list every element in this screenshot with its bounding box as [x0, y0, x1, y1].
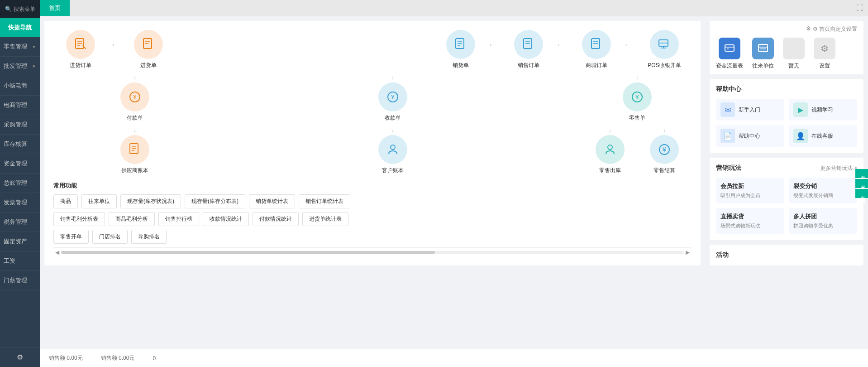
sidebar-item-retail[interactable]: 零售管理 ▼: [0, 37, 40, 57]
fullscreen-icon: ⛶: [856, 4, 863, 12]
func-btn-sales-rank[interactable]: 销售排行榜: [158, 212, 199, 226]
help-item-video[interactable]: ▶ 视频学习: [789, 99, 857, 121]
flow-circle-receive[interactable]: ¥: [378, 82, 407, 111]
func-btn-receipt-stats[interactable]: 收款情况统计: [203, 212, 249, 226]
help-item-beginner[interactable]: ✉ 新手入门: [716, 99, 784, 121]
tab-home[interactable]: 首页: [40, 0, 70, 16]
func-btn-sales-stats[interactable]: 销货单统计表: [249, 194, 295, 208]
help-item-help[interactable]: 📄 帮助中心: [716, 125, 784, 147]
func-btn-payment-stats[interactable]: 付款情况统计: [253, 212, 299, 226]
qa-item-counterpart[interactable]: 往来单位: [752, 38, 774, 70]
func-btn-sales-order-stats[interactable]: 销售订单统计表: [299, 194, 350, 208]
stat-2: 销售额 0.00元: [101, 354, 135, 362]
sidebar-item-ecommerce-label: 电商管理: [4, 101, 27, 109]
qa-icon-cashflow: [719, 38, 740, 59]
flow-circle-retail[interactable]: ¥: [623, 82, 652, 111]
sidebar-search[interactable]: 🔍 搜索菜单: [0, 0, 40, 18]
flow-label-retail-settle: 零售结算: [653, 167, 675, 174]
mkt-item-group[interactable]: 多人拼团 拼团购物享受优惠: [789, 208, 857, 234]
bottom-stats: 销售额 0.00元 销售额 0.00元 0: [40, 349, 868, 367]
svg-text:¥: ¥: [133, 93, 137, 101]
expand-icon[interactable]: ⛶: [852, 4, 868, 12]
mkt-item-live-desc: 场景式购物新玩法: [720, 222, 780, 229]
float-btn-community[interactable]: 服务社区: [855, 179, 868, 188]
flow-circle-supplier[interactable]: [120, 135, 149, 164]
common-functions: 常用功能 商品 往来单位 现存量(库存状况表) 现存量(库存分布表) 销货单统计…: [53, 182, 692, 244]
sidebar-item-ecommerce[interactable]: 电商管理: [0, 96, 40, 115]
float-buttons: 客服热线 服务社区 桌面快捷: [855, 169, 868, 198]
func-btn-goods-profit[interactable]: 商品毛利分析: [109, 212, 155, 226]
chevron-down-icon: ▼: [32, 64, 36, 69]
gear-icon-settings: ⚙: [806, 25, 811, 33]
settings-icon-button[interactable]: ⚙: [0, 347, 40, 367]
mkt-more-button[interactable]: 更多营销玩法 >: [820, 164, 857, 172]
flow-node-purchase[interactable]: 进货单: [121, 30, 176, 69]
func-btn-sales-profit[interactable]: 销售毛利分析表: [53, 212, 105, 226]
func-btn-stock1[interactable]: 现存量(库存状况表): [120, 194, 181, 208]
sidebar-item-assets[interactable]: 固定资产: [0, 232, 40, 251]
sidebar-item-door[interactable]: 门薪管理: [0, 271, 40, 290]
mkt-item-fission[interactable]: 裂变分销 裂变式发展分销商: [789, 178, 857, 203]
flow-node-pos[interactable]: POS收银开单: [637, 30, 692, 69]
func-btn-purchase-stats[interactable]: 进货单统计表: [302, 212, 348, 226]
help-card: 帮助中心 ✉ 新手入门 ▶ 视频学习 📄 帮助中心 👤: [710, 79, 863, 153]
flow-node-mall-order[interactable]: 商城订单: [569, 30, 624, 69]
flow-node-sales[interactable]: 销货单: [434, 30, 488, 69]
arrow-down-supplier: ↓: [134, 126, 137, 133]
func-btn-store-rank[interactable]: 门店排名: [92, 230, 128, 244]
flow-label-supplier: 供应商账本: [121, 167, 148, 174]
sidebar-item-tax-label: 税务管理: [4, 218, 27, 226]
scroll-left-arrow[interactable]: ◀: [55, 249, 59, 256]
flow-arrow-left-1: ←: [488, 40, 501, 50]
scroll-right-arrow[interactable]: ▶: [686, 249, 690, 256]
qa-item-empty[interactable]: 暂无: [783, 38, 805, 70]
flow-label-purchase-order: 进货订单: [70, 62, 91, 69]
qa-label-settings: 设置: [819, 62, 830, 70]
mkt-item-live[interactable]: 直播卖货 场景式购物新玩法: [716, 208, 784, 234]
help-item-service[interactable]: 👤 在线客服: [789, 125, 857, 147]
mkt-item-member[interactable]: 会员拉新 吸引用户成为会员: [716, 178, 784, 203]
flow-label-purchase: 进货单: [140, 62, 157, 69]
flow-node-purchase-order[interactable]: 进货订单: [53, 30, 108, 69]
func-btn-retail-order[interactable]: 零售开单: [53, 230, 89, 244]
content-area: 进货订单 → 进货单: [40, 16, 868, 349]
arrow-down-retail-out: ↓: [609, 126, 612, 133]
sidebar-item-invoice[interactable]: 发票管理: [0, 193, 40, 212]
flow-label-customer: 客户账本: [382, 167, 404, 174]
flow-circle-pay[interactable]: ¥: [120, 82, 149, 111]
scroll-track[interactable]: [61, 251, 684, 254]
flow-row-1: 进货订单 → 进货单: [53, 30, 692, 69]
mkt-title: 营销玩法: [716, 164, 741, 172]
svg-rect-38: [758, 44, 768, 52]
activity-card: 活动: [710, 245, 863, 266]
float-btn-desktop[interactable]: 桌面快捷: [855, 189, 868, 198]
sidebar-item-inventory[interactable]: 库存核算: [0, 135, 40, 154]
flow-node-sales-order[interactable]: 销售订单: [501, 30, 556, 69]
func-btn-goods[interactable]: 商品: [53, 194, 78, 208]
sidebar-item-ecommerce-small[interactable]: 小畅电商: [0, 76, 40, 96]
float-btn-service[interactable]: 客服热线: [855, 169, 868, 178]
sidebar-item-active[interactable]: 快捷导航: [0, 18, 40, 37]
flow-circle-customer[interactable]: [378, 135, 407, 164]
sidebar-item-assets-label: 固定资产: [4, 237, 27, 246]
func-btn-stock2[interactable]: 现存量(库存分布表): [185, 194, 245, 208]
flow-col-receive: ↓ ¥ 收款单: [162, 74, 583, 122]
sidebar-item-salary[interactable]: 工资: [0, 251, 40, 271]
func-btn-guide-rank[interactable]: 导购排名: [131, 230, 167, 244]
arrow-down-receive: ↓: [391, 74, 395, 81]
qa-item-cashflow[interactable]: 资金流量表: [716, 38, 743, 70]
flow-circle-retail-out[interactable]: [596, 135, 625, 164]
sidebar-item-tax[interactable]: 税务管理: [0, 212, 40, 232]
sidebar-item-wholesale[interactable]: 批发管理 ▼: [0, 57, 40, 76]
customize-settings-button[interactable]: ⚙ ⚙ 首页自定义设置: [716, 25, 857, 33]
activity-title: 活动: [716, 251, 857, 259]
func-btn-counterpart[interactable]: 往来单位: [81, 194, 117, 208]
flow-col-customer: ↓ 客户账本: [162, 126, 583, 174]
sidebar-item-inventory-label: 库存核算: [4, 140, 27, 148]
sidebar-item-purchase[interactable]: 采购管理: [0, 115, 40, 135]
sidebar-item-wholesale-label: 批发管理: [4, 62, 27, 70]
sidebar-item-ledger[interactable]: 总账管理: [0, 174, 40, 193]
sidebar-item-finance[interactable]: 资金管理: [0, 154, 40, 174]
flow-circle-retail-settle[interactable]: ¥: [650, 135, 679, 164]
qa-item-settings[interactable]: ⚙ 设置: [814, 38, 835, 70]
